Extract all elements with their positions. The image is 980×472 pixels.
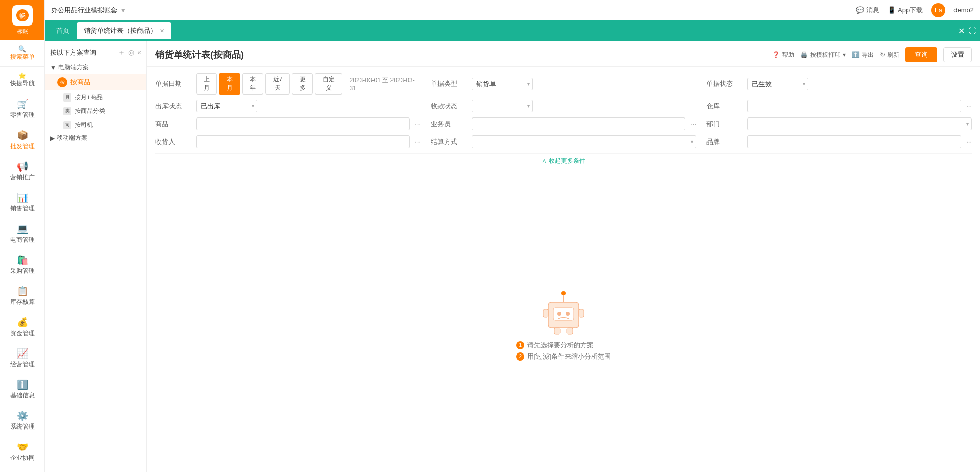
tree-group-pc[interactable]: ▼ 电脑端方案 [45,61,146,74]
sidebar-item-sales[interactable]: 📊 销售管理 [0,187,44,218]
sidebar-item-finance[interactable]: 💰 资金管理 [0,312,44,343]
receipt-status-select[interactable] [472,100,533,112]
salesman-input[interactable] [472,117,685,130]
settings-button[interactable]: 设置 [943,47,972,62]
avatar[interactable]: Ea [931,3,945,17]
sidebar-item-marketing[interactable]: 📢 营销推广 [0,156,44,187]
date-btn-custom[interactable]: 自定义 [315,73,342,95]
sidebar-ops-label: 经营管理 [10,360,35,369]
date-btn-this-month[interactable]: 本月 [219,73,240,95]
tree-item-by-category[interactable]: 类 按商品分类 [45,104,146,118]
filter-area: 单据日期 上月 本月 本年 近7天 更多 自定义 2023-03-01 至 20… [147,67,980,175]
tab-home[interactable]: 首页 [49,22,77,39]
star-icon: ⭐ [18,72,26,79]
query-button[interactable]: 查询 [905,47,937,62]
sidebar-item-guide[interactable]: 🎓 新手引导 [0,467,44,472]
empty-tip-2: 2 用[过滤]条件来缩小分析范围 [516,352,610,361]
collapse-panel-icon[interactable]: « [137,48,141,57]
base-icon: ℹ️ [17,379,28,390]
receiver-input[interactable] [196,135,410,148]
salesman-control: ··· [472,117,696,130]
tree-item-by-month-goods[interactable]: 月 按月+商品 [45,90,146,104]
sidebar-item-retail[interactable]: 🛒 零售管理 [0,93,44,125]
svg-rect-6 [543,309,548,317]
template-print-btn[interactable]: 🖨️ 按模板打印 ▾ [800,51,846,59]
scheme-settings-icon[interactable]: ◎ [128,48,134,57]
purchase-icon: 🛍️ [17,254,28,266]
date-btn-last-month[interactable]: 上月 [196,73,217,95]
receiver-more-icon[interactable]: ··· [415,138,421,146]
goods-control: ··· [196,117,421,130]
settle-control: ▾ [472,135,696,148]
goods-label: 商品 [155,120,196,129]
industry-dropdown-icon[interactable]: ▾ [121,6,125,14]
warehouse-input[interactable] [747,100,961,112]
refresh-btn[interactable]: ↻ 刷新 [880,51,899,59]
tree-item-category-label: 按商品分类 [75,107,105,115]
svg-rect-3 [553,308,574,320]
date-btn-last7[interactable]: 近7天 [265,73,290,95]
empty-illustration [533,285,594,336]
dept-label: 部门 [706,120,747,129]
doc-status-select[interactable]: 已生效 [747,78,808,90]
topbar-left: 办公用品行业模拟账套 ▾ [51,6,125,15]
tab-close-icon[interactable]: ✕ [160,28,164,34]
window-minimize-icon[interactable]: ✕ [958,26,965,36]
sidebar-item-ecom[interactable]: 💻 电商管理 [0,218,44,249]
message-btn[interactable]: 💬 消息 [856,6,879,15]
sidebar-item-corp[interactable]: 🤝 企业协同 [0,436,44,467]
doc-type-select[interactable]: 销货单 [472,78,533,90]
date-btn-more[interactable]: 更多 [292,73,313,95]
salesman-label: 业务员 [431,120,472,129]
stock-out-control: 已出库 ▾ [196,100,421,112]
ecom-icon: 💻 [17,223,28,234]
svg-rect-10 [554,328,560,334]
svg-text:畅: 畅 [19,12,26,19]
sidebar: 畅 标账 🔍 搜索菜单 ⭐ 快捷导航 🛒 零售管理 📦 批发管理 📢 营销推广 … [0,0,45,472]
app-download-btn[interactable]: 📱 App下载 [888,6,923,15]
marketing-icon: 📢 [17,161,28,172]
window-maximize-icon[interactable]: ⛶ [969,27,976,35]
sidebar-item-search[interactable]: 🔍 搜索菜单 [0,40,44,67]
tree-group-mobile[interactable]: ▶ 移动端方案 [45,132,146,145]
dept-select[interactable] [747,117,972,130]
tip-num-2: 2 [516,352,524,361]
sidebar-item-base[interactable]: ℹ️ 基础信息 [0,374,44,405]
tree-item-by-driver[interactable]: 司 按司机 [45,118,146,132]
tree-item-by-goods-label: 按商品 [70,78,90,87]
sidebar-finance-label: 资金管理 [10,329,35,338]
export-btn[interactable]: ⬆️ 导出 [852,51,874,59]
date-buttons: 上月 本月 本年 近7天 更多 自定义 [196,73,342,95]
brand-input[interactable] [747,135,961,148]
warehouse-more-icon[interactable]: ··· [966,102,972,110]
date-btn-this-year[interactable]: 本年 [242,73,263,95]
collapse-bar[interactable]: ∧ 收起更多条件 [155,153,972,169]
topbar-right: 💬 消息 📱 App下载 Ea demo2 [856,3,974,17]
sidebar-quick-label: 快捷导航 [10,79,35,88]
goods-input[interactable] [196,117,410,130]
settle-select[interactable] [472,135,696,148]
tab-active[interactable]: 销货单统计表（按商品） ✕ [77,22,172,39]
sidebar-item-stock[interactable]: 📋 库存核算 [0,280,44,312]
help-btn[interactable]: ❓ 帮助 [772,51,794,59]
sidebar-item-ops[interactable]: 📈 经营管理 [0,343,44,374]
svg-rect-11 [567,328,573,334]
print-dropdown-icon: ▾ [843,51,846,58]
sidebar-item-wholesale[interactable]: 📦 批发管理 [0,125,44,156]
sidebar-item-system[interactable]: ⚙️ 系统管理 [0,405,44,436]
goods-more-icon[interactable]: ··· [415,120,421,128]
page-actions: ❓ 帮助 🖨️ 按模板打印 ▾ ⬆️ 导出 ↻ 刷新 [772,47,972,62]
tree-item-by-goods[interactable]: 按 按商品 [45,74,146,90]
doc-status-control: 已生效 ▾ [747,78,972,90]
salesman-more-icon[interactable]: ··· [691,120,696,128]
driver-icon: 司 [63,121,71,129]
stock-out-select[interactable]: 已出库 [196,100,257,112]
settle-select-wrapper: ▾ [472,135,696,148]
sidebar-item-quick[interactable]: ⭐ 快捷导航 [0,67,44,93]
add-scheme-icon[interactable]: ＋ [118,48,125,57]
avatar-initials: Ea [935,7,942,14]
sidebar-ecom-label: 电商管理 [10,235,35,244]
wholesale-icon: 📦 [17,130,28,141]
sidebar-item-purchase[interactable]: 🛍️ 采购管理 [0,249,44,280]
brand-more-icon[interactable]: ··· [966,138,972,146]
